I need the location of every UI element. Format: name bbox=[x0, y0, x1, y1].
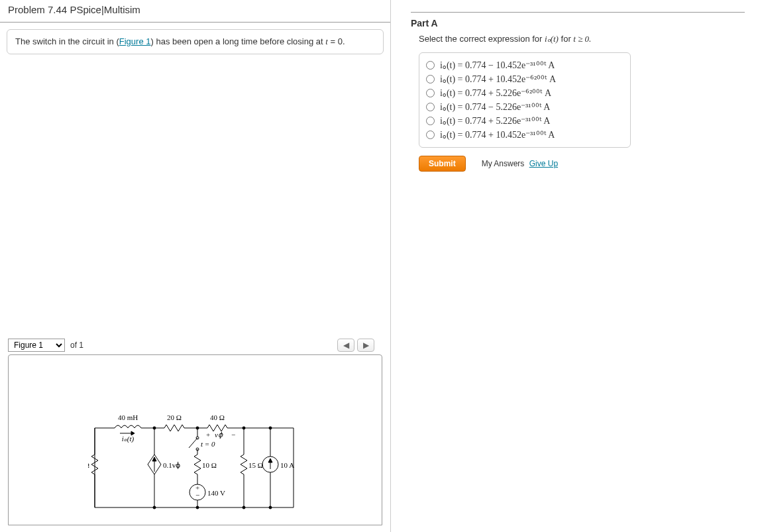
figure-of-label: of 1 bbox=[70, 341, 83, 350]
label-t0: t = 0 bbox=[201, 440, 215, 448]
circuit-diagram: + − + − 40 mH iₒ(t) 50 Ω bbox=[88, 408, 313, 521]
options-box: iₒ(t) = 0.774 − 10.452e⁻³¹⁰⁰ᵗ A iₒ(t) = … bbox=[419, 52, 631, 148]
option-radio-5[interactable] bbox=[426, 117, 435, 125]
label-r20: 20 Ω bbox=[167, 413, 182, 421]
option-label-5: iₒ(t) = 0.774 + 5.226e⁻³¹⁰⁰ᵗ A bbox=[440, 115, 550, 127]
my-answers-label: My Answers bbox=[482, 159, 525, 168]
svg-point-36 bbox=[269, 506, 272, 509]
option-radio-4[interactable] bbox=[426, 103, 435, 111]
figure-prev-button[interactable]: ◀ bbox=[337, 339, 354, 352]
label-r50: 50 Ω bbox=[88, 461, 89, 469]
instruction-box: The switch in the circuit in (Figure 1) … bbox=[7, 29, 384, 54]
label-i10: 10 A bbox=[280, 461, 294, 469]
problem-title: Problem 7.44 PSpice|Multisim bbox=[0, 0, 390, 23]
svg-line-22 bbox=[189, 438, 197, 448]
instruction-eq: = 0. bbox=[328, 36, 345, 46]
option-label-4: iₒ(t) = 0.774 − 5.226e⁻³¹⁰⁰ᵗ A bbox=[440, 101, 550, 113]
figure-next-button[interactable]: ▶ bbox=[357, 339, 374, 352]
svg-text:−: − bbox=[195, 491, 199, 499]
figure-select[interactable]: Figure 1 bbox=[8, 339, 65, 352]
svg-point-19 bbox=[153, 506, 156, 509]
submit-button[interactable]: Submit bbox=[419, 156, 466, 172]
option-radio-2[interactable] bbox=[426, 75, 435, 83]
svg-text:+: + bbox=[206, 431, 210, 439]
give-up-link[interactable]: Give Up bbox=[529, 159, 558, 168]
instruction-text-post: ) has been open a long time before closi… bbox=[150, 36, 325, 46]
label-vphi: vϕ bbox=[215, 431, 223, 439]
label-inductor: 40 mH bbox=[118, 413, 138, 421]
option-radio-3[interactable] bbox=[426, 89, 435, 97]
part-a-title: Part A bbox=[411, 18, 745, 28]
instruction-text-pre: The switch in the circuit in ( bbox=[15, 36, 119, 46]
label-v140: 140 V bbox=[207, 489, 225, 497]
option-radio-1[interactable] bbox=[426, 61, 435, 70]
label-r10: 10 Ω bbox=[202, 461, 217, 469]
svg-text:−: − bbox=[231, 431, 235, 439]
label-io: iₒ(t) bbox=[122, 435, 135, 443]
label-r40: 40 Ω bbox=[210, 413, 225, 421]
option-label-1: iₒ(t) = 0.774 − 10.452e⁻³¹⁰⁰ᵗ A bbox=[440, 60, 555, 71]
option-label-3: iₒ(t) = 0.774 + 5.226e⁻⁶²⁰⁰ᵗ A bbox=[440, 87, 551, 99]
svg-point-28 bbox=[196, 506, 199, 509]
part-a-prompt: Select the correct expression for iₒ(t) … bbox=[411, 34, 745, 44]
answer-links: My Answers Give Up bbox=[482, 159, 558, 168]
figure-link[interactable]: Figure 1 bbox=[119, 36, 151, 46]
figure-canvas: + − + − 40 mH iₒ(t) 50 Ω bbox=[8, 354, 382, 525]
option-label-6: iₒ(t) = 0.774 + 10.452e⁻³¹⁰⁰ᵗ A bbox=[440, 129, 555, 140]
svg-point-31 bbox=[243, 506, 245, 509]
label-r15: 15 Ω bbox=[248, 461, 263, 469]
option-label-2: iₒ(t) = 0.774 + 10.452e⁻⁶²⁰⁰ᵗ A bbox=[440, 74, 556, 85]
label-depsrc: 0.1vϕ bbox=[163, 461, 180, 469]
option-radio-6[interactable] bbox=[426, 131, 435, 139]
